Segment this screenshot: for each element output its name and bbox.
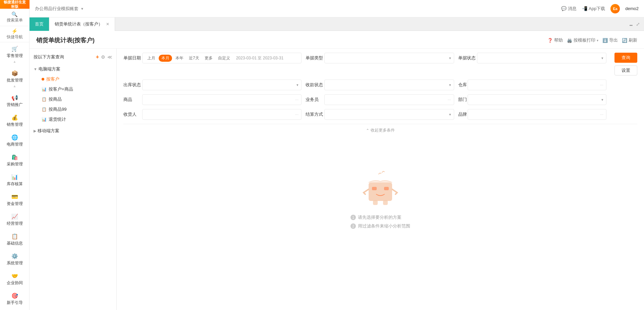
salesperson-input[interactable]: ··· xyxy=(324,94,454,105)
date-tab-this-month[interactable]: 本月 xyxy=(159,55,172,62)
sidebar-marketing-label: 营销推广 xyxy=(7,102,23,108)
sidebar-item-basic[interactable]: 📋 基础信息 xyxy=(0,230,29,250)
sidebar-item-finance[interactable]: 💳 资金管理 xyxy=(0,190,29,210)
sidebar-sales-label: 销售管理 xyxy=(7,122,23,127)
print-label: 按模板打印 xyxy=(574,37,595,43)
settings-button[interactable]: 设置 xyxy=(614,65,637,75)
warehouse-ellipsis-icon: ··· xyxy=(600,83,603,87)
warehouse-input[interactable]: ··· xyxy=(468,80,607,90)
tree-mobile-label: 移动端方案 xyxy=(38,128,59,134)
help-icon: ❓ xyxy=(547,38,553,43)
sidebar-item-retail[interactable]: 🛒 零售管理 ▲ xyxy=(0,42,29,67)
order-status-label: 单据状态 xyxy=(458,55,477,61)
receiver-input[interactable]: ··· xyxy=(142,109,302,120)
settlement-arrow-icon: ▾ xyxy=(449,112,451,117)
breadcrumb-dropdown-icon[interactable]: ▾ xyxy=(81,6,83,11)
tab-minimize-icon[interactable]: 🗕 xyxy=(629,21,633,27)
print-button[interactable]: 🖨️ 按模板打印 ▾ xyxy=(567,37,598,43)
tab-sales-report-label: 销货单统计表（按客户） xyxy=(55,21,103,27)
tab-close-icon[interactable]: ✕ xyxy=(106,22,109,27)
left-panel-actions: + ⚙ ≪ xyxy=(96,54,112,60)
sidebar-item-wholesale[interactable]: 📦 批发管理 ▲ xyxy=(0,67,29,91)
collapse-panel-icon[interactable]: ≪ xyxy=(107,54,112,60)
svg-rect-0 xyxy=(369,183,392,201)
tree-item-return-stats-label: 退货统计 xyxy=(49,116,66,122)
retail-icon: 🛒 xyxy=(11,46,18,52)
sidebar: 畅捷通好生意 标版 🔍 搜索菜单 ⚡ 快捷导航 🛒 零售管理 ▲ 📦 批发管理 … xyxy=(0,0,30,310)
tree-desktop-section[interactable]: ▼ 电脑端方案 xyxy=(30,64,116,74)
sidebar-item-operations[interactable]: 📈 经营管理 xyxy=(0,210,29,230)
collect-status-arrow-icon: ▾ xyxy=(449,83,451,87)
out-status-select[interactable]: ▾ xyxy=(142,80,302,90)
add-scheme-icon[interactable]: + xyxy=(96,54,99,60)
header-left: 办公用品行业模拟账套 ▾ xyxy=(35,6,83,12)
tree-item-by-goods-99[interactable]: 📋 按商品99 xyxy=(30,104,116,114)
breadcrumb: 办公用品行业模拟账套 xyxy=(35,6,78,12)
brand-ellipsis-icon: ··· xyxy=(600,112,603,117)
tree-item-by-customer[interactable]: 按客户 xyxy=(30,74,116,84)
sidebar-item-cooperation[interactable]: 🤝 企业协同 xyxy=(0,269,29,289)
collapse-button[interactable]: ⌃ 收起更多条件 xyxy=(123,124,637,137)
tree-item-by-goods[interactable]: 📋 按商品 xyxy=(30,94,116,104)
refresh-button[interactable]: 🔄 刷新 xyxy=(622,37,637,43)
tree-item-by-customer-goods[interactable]: 📊 按客户+商品 xyxy=(30,84,116,94)
message-button[interactable]: 💬 消息 xyxy=(561,6,577,12)
sidebar-item-marketing[interactable]: 📢 营销推广 xyxy=(0,91,29,111)
tab-home[interactable]: 首页 xyxy=(30,17,49,31)
export-icon: ⬇️ xyxy=(602,38,608,43)
tab-actions: 🗕 ⤢ xyxy=(629,21,644,27)
logo-subtext: 标版 xyxy=(11,4,18,9)
brand-input[interactable]: ··· xyxy=(468,109,607,120)
order-status-select[interactable]: ▾ xyxy=(477,53,607,63)
wholesale-arrow-icon: ▲ xyxy=(13,84,16,88)
ecommerce-icon: 🌐 xyxy=(11,134,18,141)
query-button[interactable]: 查询 xyxy=(614,53,637,63)
brand-label: 品牌 xyxy=(458,111,468,117)
help-button[interactable]: ❓ 帮助 xyxy=(547,37,563,43)
print-arrow-icon[interactable]: ▾ xyxy=(597,39,598,42)
left-panel: 按以下方案查询 + ⚙ ≪ ▼ 电脑端方案 xyxy=(30,49,117,310)
sidebar-item-system[interactable]: ⚙️ 系统管理 xyxy=(0,250,29,269)
page-content: 销货单统计表(按客户) ❓ 帮助 🖨️ 按模板打印 ▾ ⬇️ 导出 xyxy=(30,31,644,310)
marketing-icon: 📢 xyxy=(11,95,18,101)
collapse-label: 收起更多条件 xyxy=(371,127,395,133)
sidebar-item-sales[interactable]: 💰 销售管理 xyxy=(0,111,29,131)
date-tab-custom[interactable]: 自定义 xyxy=(216,55,232,62)
tab-sales-report[interactable]: 销货单统计表（按客户） ✕ xyxy=(49,17,115,31)
order-type-select[interactable]: ▾ xyxy=(324,53,454,63)
tree-mobile-section[interactable]: ▶ 移动端方案 xyxy=(30,126,116,136)
avatar-text: Ea xyxy=(613,7,618,11)
sidebar-item-quicknav[interactable]: ⚡ 快捷导航 xyxy=(0,26,29,42)
date-tab-more[interactable]: 更多 xyxy=(203,55,215,62)
edit-scheme-icon[interactable]: ⚙ xyxy=(101,54,105,60)
app-download-button[interactable]: 📲 App下载 xyxy=(582,6,605,12)
sidebar-wholesale-label: 批发管理 xyxy=(7,78,23,83)
sidebar-item-purchase[interactable]: 🛍️ 采购管理 xyxy=(0,151,29,170)
page-title: 销货单统计表(按客户) xyxy=(36,36,95,44)
goods-input[interactable]: ··· xyxy=(142,94,302,105)
tree-item-return-stats[interactable]: 📊 退货统计 xyxy=(30,114,116,124)
retail-arrow-icon: ▲ xyxy=(13,60,16,63)
sidebar-item-ecommerce[interactable]: 🌐 电商管理 xyxy=(0,131,29,151)
export-button[interactable]: ⬇️ 导出 xyxy=(602,37,618,43)
date-tab-last-7[interactable]: 近7天 xyxy=(187,55,201,62)
avatar[interactable]: Ea xyxy=(610,4,620,13)
tree-mobile-collapse-icon: ▶ xyxy=(34,129,36,133)
salesperson-ellipsis-icon: ··· xyxy=(447,97,451,102)
sidebar-item-inventory[interactable]: 📊 库存核算 xyxy=(0,170,29,190)
settlement-select[interactable]: ▾ xyxy=(324,109,454,120)
tip-num-2: 2 xyxy=(351,223,356,229)
svg-rect-3 xyxy=(373,200,378,205)
goods-ellipsis-icon: ··· xyxy=(295,97,299,102)
sidebar-item-newguide[interactable]: 🎯 新手引导 xyxy=(0,289,29,309)
empty-illustration xyxy=(360,167,400,208)
goods-label: 商品 xyxy=(123,97,142,103)
logo-text: 畅捷通好生意 xyxy=(4,0,26,4)
date-tab-this-year[interactable]: 本年 xyxy=(173,55,185,62)
department-select[interactable]: ▾ xyxy=(468,94,607,105)
date-tab-last-month[interactable]: 上月 xyxy=(145,55,157,62)
tab-maximize-icon[interactable]: ⤢ xyxy=(636,21,640,27)
sidebar-search-label: 搜索菜单 xyxy=(0,17,29,23)
collect-status-select[interactable]: ▾ xyxy=(324,80,454,90)
sidebar-item-search[interactable]: 🔍 搜索菜单 xyxy=(0,9,29,26)
